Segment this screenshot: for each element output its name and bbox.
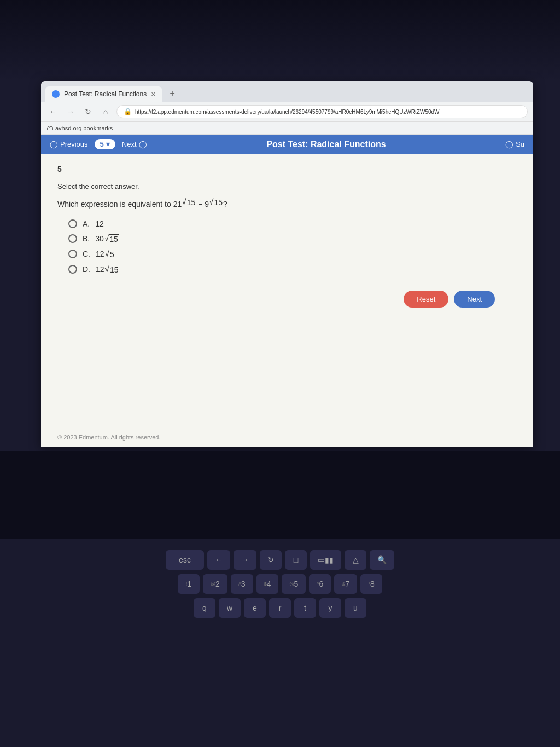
chevron-down-icon: ▾: [106, 140, 110, 148]
key-7[interactable]: &7: [334, 574, 357, 594]
option-d-text: 12√15: [96, 264, 119, 274]
reload-button[interactable]: ↻: [81, 105, 95, 118]
content-area: 5 Select the correct answer. Which expre…: [41, 154, 533, 427]
key-2[interactable]: @2: [203, 574, 228, 594]
key-t[interactable]: t: [294, 598, 316, 618]
key-back[interactable]: ←: [207, 550, 230, 570]
bookmarks-bar: 🗃 avhsd.org bookmarks: [41, 122, 533, 135]
option-b-letter: B.: [83, 234, 90, 243]
keyboard-number-row: !1 @2 #3 $4 %5 ^6 &7 *8: [5, 574, 555, 594]
radio-d[interactable]: [68, 265, 77, 274]
key-refresh[interactable]: ↻: [260, 550, 282, 570]
key-u[interactable]: u: [345, 598, 366, 618]
option-d[interactable]: D. 12√15: [68, 264, 517, 274]
home-button[interactable]: ⌂: [99, 105, 112, 118]
key-6[interactable]: ^6: [309, 574, 331, 594]
bottom-dark-area: esc ← → ↻ □ ▭▮▮ △ 🔍 !1 @2 #3 $4 %5 ^6 &7…: [0, 451, 560, 747]
option-c-letter: C.: [83, 250, 90, 258]
submit-icon: ◯: [505, 140, 514, 148]
bookmarks-label[interactable]: avhsd.org bookmarks: [55, 125, 113, 131]
tab-title: Post Test: Radical Functions: [64, 90, 147, 98]
key-fullscreen[interactable]: □: [285, 550, 307, 570]
option-b[interactable]: B. 30√15: [68, 234, 517, 244]
option-a-letter: A.: [83, 219, 90, 228]
footer: © 2023 Edmentum. All rights reserved.: [41, 427, 533, 447]
key-windows[interactable]: ▭▮▮: [310, 550, 341, 570]
radio-c[interactable]: [68, 250, 77, 258]
next-icon: ◯: [139, 140, 147, 148]
next-link[interactable]: Next ◯: [122, 140, 147, 148]
radio-b[interactable]: [68, 234, 77, 243]
back-button[interactable]: ←: [46, 105, 60, 118]
key-brightness-down[interactable]: △: [345, 550, 366, 570]
key-w[interactable]: w: [219, 598, 241, 618]
key-esc[interactable]: esc: [166, 550, 204, 570]
copyright-text: © 2023 Edmentum. All rights reserved.: [57, 434, 160, 441]
option-a-text: 12: [95, 219, 104, 228]
keyboard-row-q: q w e r t y u: [5, 598, 555, 618]
address-bar: ← → ↻ ⌂ 🔒 https://f2.app.edmentum.com/as…: [41, 102, 533, 122]
forward-button[interactable]: →: [64, 105, 77, 118]
key-8[interactable]: *8: [360, 574, 382, 594]
previous-label: Previous: [60, 140, 88, 148]
question-number: 5: [100, 140, 104, 148]
option-d-letter: D.: [83, 265, 90, 274]
instruction-text: Select the correct answer.: [57, 182, 517, 190]
option-c-text: 12√5: [96, 249, 115, 259]
url-bar[interactable]: 🔒 https://f2.app.edmentum.com/assessment…: [116, 105, 528, 118]
radio-a[interactable]: [68, 219, 77, 228]
key-search[interactable]: 🔍: [370, 550, 394, 570]
option-b-text: 30√15: [95, 234, 119, 244]
key-e[interactable]: e: [244, 598, 266, 618]
active-tab[interactable]: Post Test: Radical Functions ×: [45, 86, 162, 102]
browser-window: Post Test: Radical Functions × + ← → ↻ ⌂…: [41, 81, 533, 447]
tab-bar: Post Test: Radical Functions × +: [41, 81, 533, 102]
submit-button[interactable]: ◯ Su: [505, 140, 524, 148]
tab-favicon: [52, 90, 60, 98]
question-number-label: 5: [57, 165, 517, 173]
key-1[interactable]: !1: [178, 574, 200, 594]
key-5[interactable]: %5: [282, 574, 306, 594]
next-button[interactable]: Next: [454, 291, 495, 308]
next-label: Next: [122, 140, 137, 148]
previous-icon: ◯: [50, 140, 58, 148]
key-4[interactable]: $4: [256, 574, 279, 594]
key-3[interactable]: #3: [231, 574, 253, 594]
page-title: Post Test: Radical Functions: [154, 140, 499, 149]
question-number-badge[interactable]: 5 ▾: [95, 139, 115, 149]
option-c[interactable]: C. 12√5: [68, 249, 517, 259]
question-text: Which expression is equivalent to 21√15 …: [57, 197, 517, 209]
lock-icon: 🔒: [124, 108, 132, 115]
submit-label: Su: [516, 140, 524, 148]
reset-button[interactable]: Reset: [404, 291, 448, 308]
key-y[interactable]: y: [319, 598, 341, 618]
option-a[interactable]: A. 12: [68, 219, 517, 228]
app-header-bar: ◯ Previous 5 ▾ Next ◯ Post Test: Radical…: [41, 135, 533, 154]
keyboard-function-row: esc ← → ↻ □ ▭▮▮ △ 🔍: [5, 550, 555, 570]
action-buttons: Reset Next: [57, 291, 517, 308]
bookmark-icon: 🗃: [46, 124, 53, 132]
url-text: https://f2.app.edmentum.com/assessments-…: [135, 109, 440, 115]
new-tab-button[interactable]: +: [164, 85, 180, 102]
key-forward[interactable]: →: [234, 550, 256, 570]
answer-options: A. 12 B. 30√15 C. 12√5 D. 12√15: [68, 219, 517, 274]
tab-close-button[interactable]: ×: [151, 90, 155, 99]
keyboard: esc ← → ↻ □ ▭▮▮ △ 🔍 !1 @2 #3 $4 %5 ^6 &7…: [0, 539, 560, 747]
key-r[interactable]: r: [269, 598, 291, 618]
previous-button[interactable]: ◯ Previous: [50, 140, 88, 148]
key-q[interactable]: q: [194, 598, 215, 618]
